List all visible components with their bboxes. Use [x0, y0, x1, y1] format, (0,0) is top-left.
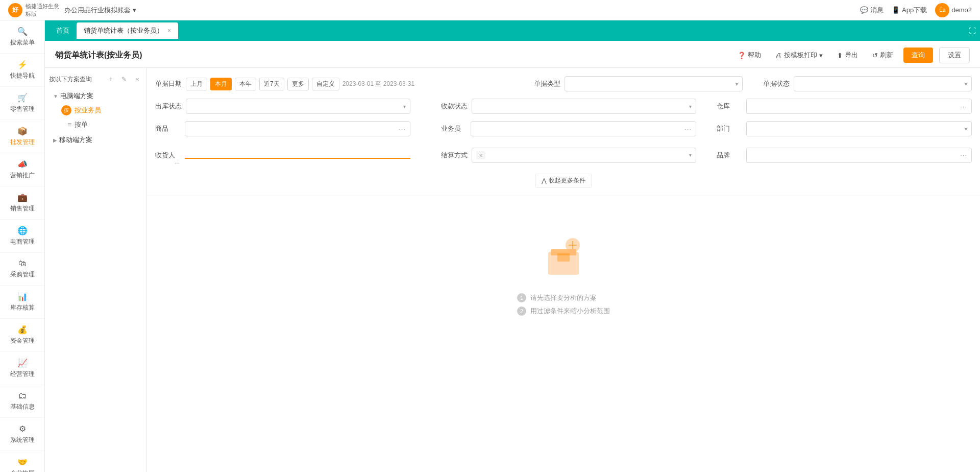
empty-tip-1: 1 请先选择要分析的方案	[517, 293, 610, 302]
tree-mobile-header[interactable]: ▶ 移动端方案	[49, 133, 142, 147]
goods-select[interactable]: ···	[185, 121, 410, 136]
filter-row-3: 商品 ···	[155, 121, 972, 136]
date-btn-7days[interactable]: 近7天	[259, 78, 284, 90]
date-btn-thisyear[interactable]: 本年	[235, 78, 256, 90]
panel-header-icons: + ✎ «	[106, 74, 142, 84]
empty-tip-2: 2 用过滤条件来缩小分析范围	[517, 306, 610, 316]
collect-status-select[interactable]: ▾	[472, 99, 696, 114]
page-header: 销货单统计表(按业务员) ❓ 帮助 🖨 按模板打印 ▾ ⬆	[45, 41, 980, 68]
filter-brand-item: 品牌 ···	[717, 148, 972, 163]
top-bar: 好 畅捷通好生意 标版 办公用品行业模拟账套 ▾ 💬 消息 📱 App下载	[0, 0, 980, 20]
content-area: 首页 销货单统计表（按业务员） × ⛶ 销货单统计表(按业务员) ❓	[45, 20, 980, 472]
tip-num-2: 2	[517, 306, 526, 316]
top-bar-left: 好 畅捷通好生意 标版 办公用品行业模拟账套 ▾	[8, 3, 136, 17]
date-btn-custom[interactable]: 自定义	[312, 78, 339, 90]
marketing-icon: 📣	[2, 159, 42, 169]
dept-select[interactable]: ▾	[746, 121, 972, 136]
tab-home[interactable]: 首页	[49, 22, 77, 39]
filter-row-1: 单据日期 上月 本月 本年 近7天 更多 自定义 2023-03-01 至 20…	[155, 76, 972, 91]
sidebar-item-finance[interactable]: 💰 资金管理	[0, 319, 44, 352]
sidebar-item-marketing[interactable]: 📣 营销推广	[0, 153, 44, 186]
maximize-icon: ⛶	[969, 27, 976, 35]
help-btn[interactable]: ❓ 帮助	[733, 49, 765, 62]
filter-docstatus-item: 单据状态 ▾	[763, 76, 972, 91]
brand-select[interactable]: ···	[746, 148, 972, 163]
add-scheme-btn[interactable]: +	[106, 74, 116, 84]
sidebar-item-system[interactable]: ⚙ 系统管理	[0, 418, 44, 451]
date-btn-more[interactable]: 更多	[287, 78, 309, 90]
sidebar-item-operations[interactable]: 📈 经营管理	[0, 352, 44, 385]
tab-maximize-btn[interactable]: ⛶	[969, 27, 976, 35]
filter-sales-item: 业务员 ···	[441, 121, 696, 136]
right-panel: 单据日期 上月 本月 本年 近7天 更多 自定义 2023-03-01 至 20…	[147, 68, 980, 472]
panel-header: 按以下方案查询 + ✎ «	[49, 74, 142, 84]
logo-text: 畅捷通好生意 标版	[26, 3, 59, 17]
filter-warehouse-item: 仓库 ···	[717, 99, 972, 114]
message-btn[interactable]: 💬 消息	[860, 6, 884, 15]
print-icon: 🖨	[775, 52, 782, 59]
export-btn[interactable]: ⬆ 导出	[833, 49, 862, 62]
tree-desktop-children: 按 按业务员 ≡ 按单	[49, 103, 142, 131]
print-btn[interactable]: 🖨 按模板打印 ▾	[771, 49, 827, 62]
filter-doctype-item: 单据类型 ▾	[534, 76, 743, 91]
refresh-btn[interactable]: ↺ 刷新	[868, 49, 897, 62]
page-content: 销货单统计表(按业务员) ❓ 帮助 🖨 按模板打印 ▾ ⬆	[45, 41, 980, 472]
finance-icon: 💰	[2, 325, 42, 335]
pay-method-select[interactable]: × ▾	[472, 148, 696, 163]
doc-type-select[interactable]: ▾	[565, 76, 743, 91]
filter-paymethod-item: 结算方式 × ▾	[441, 148, 696, 163]
tree-desktop-header[interactable]: ▼ 电脑端方案	[49, 89, 142, 103]
sidebar-item-cooperation[interactable]: 🤝 企业协同	[0, 451, 44, 472]
date-btn-thismonth[interactable]: 本月	[210, 78, 232, 90]
sidebar-item-retail[interactable]: 🛒 零售管理	[0, 87, 44, 120]
date-btn-lastmonth[interactable]: 上月	[186, 78, 207, 90]
settings-btn[interactable]: 设置	[939, 47, 970, 63]
app-download-btn[interactable]: 📱 App下载	[892, 6, 927, 15]
empty-illustration	[538, 234, 589, 285]
sidebar-item-purchase[interactable]: 🛍 采购管理	[0, 253, 44, 286]
tab-active[interactable]: 销货单统计表（按业务员） ×	[77, 22, 178, 39]
receiver-input[interactable]	[185, 144, 410, 159]
pay-method-clear-btn[interactable]: ×	[479, 152, 482, 158]
purchase-icon: 🛍	[2, 259, 42, 268]
edit-icon: ✎	[121, 76, 127, 83]
warehouse-select[interactable]: ···	[746, 99, 972, 114]
account-dropdown[interactable]: 办公用品行业模拟账套 ▾	[64, 6, 136, 15]
wholesale-icon: 📦	[2, 126, 42, 136]
sidebar-item-basicinfo[interactable]: 🗂 基础信息	[0, 385, 44, 418]
query-btn[interactable]: 查询	[903, 48, 933, 63]
edit-scheme-btn[interactable]: ✎	[119, 74, 129, 84]
sidebar-item-search[interactable]: 🔍 搜索菜单	[0, 20, 44, 54]
svg-rect-2	[557, 253, 570, 262]
tree-collapse-icon: ▶	[53, 137, 57, 143]
sidebar-item-ecommerce[interactable]: 🌐 电商管理	[0, 220, 44, 253]
export-icon: ⬆	[837, 52, 843, 59]
user-menu[interactable]: Ea demo2	[935, 3, 972, 17]
sidebar-item-quicknav[interactable]: ⚡ 快捷导航	[0, 54, 44, 87]
collapse-icon: «	[136, 76, 139, 83]
out-status-select[interactable]: ▾	[186, 99, 410, 114]
collapse-btn[interactable]: ⋀ 收起更多条件	[535, 174, 592, 187]
filter-row-2: 出库状态 ▾	[155, 99, 972, 114]
sidebar-item-inventory[interactable]: 📊 库存核算	[0, 286, 44, 319]
ecommerce-icon: 🌐	[2, 226, 42, 235]
sidebar-item-wholesale[interactable]: 📦 批发管理	[0, 120, 44, 153]
dept-dropdown-icon: ▾	[965, 126, 967, 132]
logo-icon: 好	[8, 3, 22, 17]
tree-leaf-salesperson[interactable]: 按 按业务员	[57, 103, 142, 118]
collapse-panel-btn[interactable]: «	[132, 74, 142, 84]
sales-select[interactable]: ···	[471, 121, 696, 136]
sidebar-item-sales[interactable]: 💼 销售管理	[0, 186, 44, 220]
tab-bar: 首页 销货单统计表（按业务员） × ⛶	[45, 20, 980, 41]
tree-leaf-order[interactable]: ≡ 按单	[57, 118, 142, 131]
chevron-down-icon: ▾	[133, 6, 136, 14]
sales-icon: 💼	[2, 193, 42, 202]
filter-collectstatus-item: 收款状态 ▾	[441, 99, 696, 114]
doc-status-select[interactable]: ▾	[794, 76, 972, 91]
tab-close-btn[interactable]: ×	[167, 27, 171, 34]
empty-state: 1 请先选择要分析的方案 2 用过滤条件来缩小分析范围	[155, 203, 972, 346]
page-title: 销货单统计表(按业务员)	[55, 50, 142, 61]
filter-divider	[147, 196, 980, 196]
help-icon: ❓	[738, 52, 746, 59]
inner-layout: 按以下方案查询 + ✎ «	[45, 68, 980, 472]
